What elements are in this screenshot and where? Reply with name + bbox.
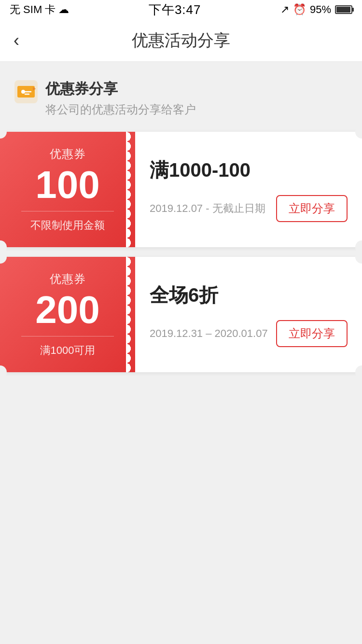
status-time: 下午3:47 — [149, 1, 201, 18]
coupon-left-0: 优惠券 100 不限制使用金额 — [0, 132, 135, 247]
section-subtitle: 将公司的优惠活动分享给客户 — [45, 102, 196, 117]
coupon-right-1: 全场6折 2019.12.31 – 2020.01.07 立即分享 — [135, 257, 362, 372]
nav-bar: ‹ 优惠活动分享 — [0, 19, 362, 62]
coupon-label-1: 优惠券 — [50, 271, 86, 287]
coupon-date-0: 2019.12.07 - 无截止日期 — [150, 201, 265, 216]
battery-icon — [335, 5, 352, 14]
page-background — [0, 392, 362, 585]
page-title: 优惠活动分享 — [132, 29, 230, 52]
status-right: ↗ ⏰ 95% — [280, 3, 352, 16]
sim-label: 无 SIM 卡 ☁ — [10, 2, 69, 17]
coupon-name-1: 全场6折 — [150, 282, 348, 308]
coupon-right-0: 满1000-100 2019.12.07 - 无截止日期 立即分享 — [135, 132, 362, 247]
share-button-0[interactable]: 立即分享 — [276, 195, 348, 222]
coupon-name-0: 满1000-100 — [150, 157, 348, 183]
coupons-list: 优惠券 100 不限制使用金额 满1000-100 2019.12.07 - 无… — [0, 127, 362, 392]
battery-percent: 95% — [310, 3, 331, 16]
coupon-share-icon — [14, 80, 38, 103]
coupon-condition-0: 不限制使用金额 — [30, 218, 105, 233]
coupon-label-0: 优惠券 — [50, 146, 86, 162]
coupon-card: 优惠券 100 不限制使用金额 满1000-100 2019.12.07 - 无… — [0, 132, 362, 247]
alarm-icon: ⏰ — [293, 3, 306, 16]
section-header: 优惠券分享 将公司的优惠活动分享给客户 — [0, 62, 362, 127]
location-icon: ↗ — [280, 3, 289, 16]
coupon-amount-1: 200 — [35, 291, 99, 329]
status-left: 无 SIM 卡 ☁ — [10, 2, 69, 17]
coupon-divider-0 — [21, 211, 114, 211]
coupon-date-1: 2019.12.31 – 2020.01.07 — [150, 327, 268, 340]
coupon-date-row-0: 2019.12.07 - 无截止日期 立即分享 — [150, 195, 348, 222]
coupon-condition-1: 满1000可用 — [40, 343, 96, 358]
back-button[interactable]: ‹ — [14, 30, 19, 51]
coupon-card: 优惠券 200 满1000可用 全场6折 2019.12.31 – 2020.0… — [0, 257, 362, 372]
section-text: 优惠券分享 将公司的优惠活动分享给客户 — [45, 79, 196, 117]
status-bar: 无 SIM 卡 ☁ 下午3:47 ↗ ⏰ 95% — [0, 0, 362, 19]
share-button-1[interactable]: 立即分享 — [276, 320, 348, 347]
section-title: 优惠券分享 — [45, 79, 196, 99]
coupon-left-1: 优惠券 200 满1000可用 — [0, 257, 135, 372]
coupon-date-row-1: 2019.12.31 – 2020.01.07 立即分享 — [150, 320, 348, 347]
coupon-amount-0: 100 — [35, 166, 99, 204]
coupon-divider-1 — [21, 336, 114, 336]
